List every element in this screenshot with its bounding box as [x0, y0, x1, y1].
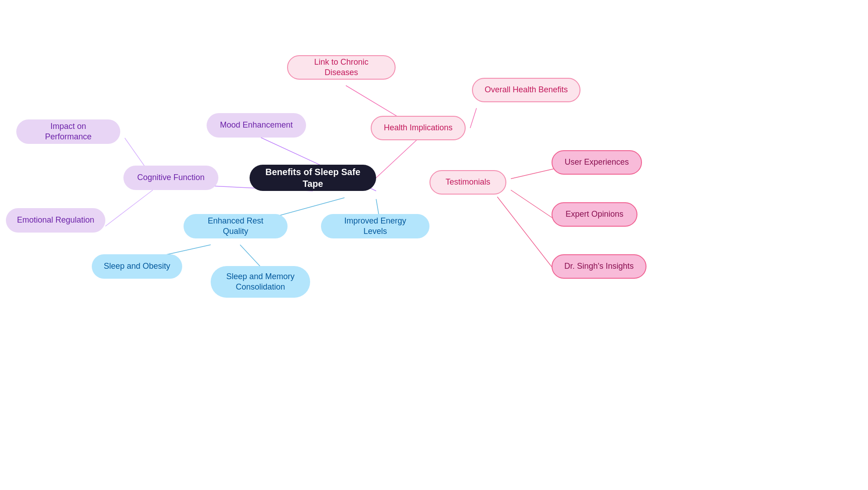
cognitive-function-node[interactable]: Cognitive Function: [123, 166, 218, 190]
emotional-regulation-node[interactable]: Emotional Regulation: [6, 208, 105, 233]
svg-line-8: [511, 168, 556, 179]
link-chronic-diseases-node[interactable]: Link to Chronic Diseases: [287, 55, 396, 80]
svg-line-3: [105, 190, 153, 226]
impact-performance-node[interactable]: Impact on Performance: [16, 119, 120, 144]
dr-singh-insights-node[interactable]: Dr. Singh's Insights: [552, 254, 646, 279]
testimonials-node[interactable]: Testimonials: [429, 170, 506, 195]
mood-enhancement-node[interactable]: Mood Enhancement: [207, 113, 306, 138]
svg-line-6: [470, 108, 476, 128]
svg-line-9: [511, 190, 556, 220]
svg-line-4: [376, 134, 423, 178]
svg-line-10: [497, 197, 556, 272]
center-node: Benefits of Sleep Safe Tape: [250, 165, 376, 191]
sleep-obesity-node[interactable]: Sleep and Obesity: [92, 254, 182, 279]
overall-health-benefits-node[interactable]: Overall Health Benefits: [472, 78, 580, 102]
improved-energy-levels-node[interactable]: Improved Energy Levels: [321, 214, 429, 238]
sleep-memory-consolidation-node[interactable]: Sleep and Memory Consolidation: [211, 266, 310, 298]
enhanced-rest-quality-node[interactable]: Enhanced Rest Quality: [184, 214, 288, 238]
user-experiences-node[interactable]: User Experiences: [552, 150, 642, 175]
expert-opinions-node[interactable]: Expert Opinions: [552, 202, 637, 227]
health-implications-node[interactable]: Health Implications: [371, 116, 466, 140]
